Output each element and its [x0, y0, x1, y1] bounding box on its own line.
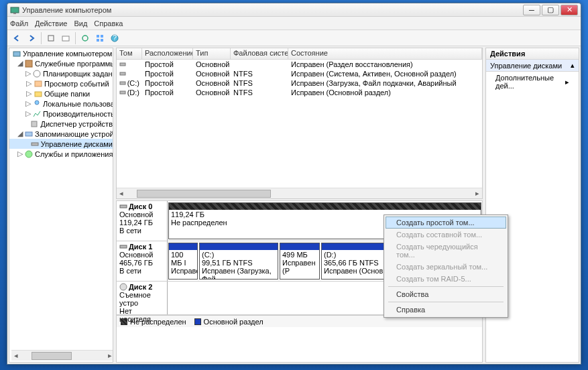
svg-rect-6	[101, 35, 103, 38]
svg-point-20	[25, 151, 32, 158]
svg-rect-22	[120, 72, 125, 75]
volume-list[interactable]: Том Расположение Тип Файловая система Со…	[116, 48, 483, 199]
tree-users[interactable]: ▷Локальные пользоват	[9, 99, 113, 109]
arrow-right-icon: ▸	[565, 78, 569, 86]
props-button[interactable]	[59, 32, 72, 45]
table-row[interactable]: (C:)ПростойОсновнойNTFSИсправен (Загрузк…	[117, 78, 482, 88]
toolbar: ?	[7, 30, 581, 46]
menu-help[interactable]: Справка	[94, 19, 123, 27]
tree-scheduler[interactable]: ▷Планировщик заданий	[9, 68, 113, 78]
view-button[interactable]	[93, 32, 107, 45]
app-icon	[10, 5, 19, 15]
svg-rect-3	[62, 36, 69, 41]
titlebar[interactable]: Управление компьютером ─ ▢ ✕	[7, 3, 581, 17]
svg-rect-19	[32, 143, 38, 145]
svg-rect-1	[13, 13, 16, 14]
table-row[interactable]: ПростойОсновнойИсправен (Раздел восстано…	[117, 60, 482, 69]
ctx-create-simple[interactable]: Создать простой том...	[386, 217, 506, 229]
ctx-help[interactable]: Справка	[386, 304, 506, 316]
up-button[interactable]	[44, 32, 58, 45]
ctx-create-mirror: Создать зеркальный том...	[386, 261, 506, 273]
navigation-tree[interactable]: Управление компьютером (л ◢Служебные про…	[9, 48, 113, 363]
table-row[interactable]: (D:)ПростойОсновнойNTFSИсправен (Основно…	[117, 88, 482, 97]
svg-rect-14	[35, 81, 42, 86]
tree-services[interactable]: ▷Службы и приложения	[9, 149, 113, 159]
context-menu[interactable]: Создать простой том... Создать составной…	[384, 214, 508, 318]
disc-icon	[119, 283, 127, 291]
menu-file[interactable]: Файл	[10, 19, 28, 27]
maximize-button[interactable]: ▢	[542, 5, 559, 15]
svg-rect-7	[97, 39, 99, 42]
forward-button[interactable]	[25, 32, 38, 45]
actions-title: Действия	[486, 48, 579, 60]
svg-point-13	[34, 70, 40, 77]
svg-rect-17	[32, 121, 37, 127]
svg-point-4	[82, 36, 88, 41]
disk-0-info[interactable]: Диск 0 Основной 119,24 ГБ В сети	[117, 201, 168, 241]
table-row[interactable]: ПростойОсновнойNTFSИсправен (Система, Ак…	[117, 69, 482, 78]
help-button[interactable]: ?	[108, 32, 121, 45]
disk-icon	[119, 202, 127, 210]
tree-shared[interactable]: ▷Общие папки	[9, 88, 113, 99]
back-button[interactable]	[10, 32, 23, 45]
tree-system-tools[interactable]: ◢Служебные программы	[9, 58, 113, 68]
refresh-button[interactable]	[78, 32, 92, 45]
tree-event-viewer[interactable]: ▷Просмотр событий	[9, 78, 113, 88]
disk-2-info[interactable]: Диск 2 Съемное устро Нет носителя	[117, 282, 168, 314]
svg-rect-25	[120, 205, 127, 208]
window-title: Управление компьютером	[22, 6, 523, 14]
disk-1-vol-2[interactable]: 499 МБИсправен (Р	[280, 243, 320, 280]
minimize-button[interactable]: ─	[523, 5, 540, 15]
disk-1-vol-0[interactable]: 100 МБ ІИсправе	[168, 243, 198, 280]
close-button[interactable]: ✕	[561, 5, 578, 15]
svg-rect-24	[120, 91, 125, 94]
actions-category[interactable]: Управление дисками▴	[486, 60, 579, 72]
ctx-create-spanned: Создать составной том...	[386, 229, 506, 241]
svg-rect-12	[25, 60, 32, 67]
svg-rect-21	[120, 63, 125, 66]
tree-disk-management[interactable]: Управление дисками	[9, 139, 113, 149]
svg-text:?: ?	[113, 34, 117, 42]
list-headers[interactable]: Том Расположение Тип Файловая система Со…	[117, 48, 482, 60]
actions-more[interactable]: Дополнительные дей...▸	[486, 72, 579, 92]
collapse-icon: ▴	[571, 61, 575, 70]
svg-point-27	[120, 284, 127, 290]
ctx-create-striped: Создать чередующийся том...	[386, 241, 506, 261]
ctx-properties[interactable]: Свойства	[386, 288, 506, 300]
svg-point-16	[35, 101, 39, 105]
tree-storage[interactable]: ◢Запоминающие устройс	[9, 129, 113, 139]
svg-rect-8	[101, 39, 103, 42]
menu-action[interactable]: Действие	[35, 19, 67, 27]
tree-root[interactable]: Управление компьютером (л	[9, 48, 113, 58]
svg-rect-15	[35, 92, 42, 97]
menu-view[interactable]: Вид	[74, 19, 87, 27]
svg-rect-2	[48, 36, 54, 41]
list-scrollbar[interactable]: ◂▸	[117, 188, 482, 198]
col-fs[interactable]: Файловая система	[231, 48, 288, 59]
svg-rect-18	[25, 132, 32, 136]
tree-scrollbar[interactable]: ◂▸	[11, 350, 113, 361]
menubar: Файл Действие Вид Справка	[7, 17, 581, 30]
tree-perf[interactable]: ▷Производительность	[9, 109, 113, 119]
disk-icon	[119, 243, 127, 251]
svg-rect-23	[120, 82, 125, 84]
col-volume[interactable]: Том	[117, 48, 142, 59]
svg-rect-0	[11, 7, 19, 13]
col-layout[interactable]: Расположение	[142, 48, 193, 59]
disk-1-vol-c[interactable]: (C:)99,51 ГБ NTFSИсправен (Загрузка, Фай	[199, 243, 278, 280]
col-status[interactable]: Состояние	[288, 48, 482, 59]
col-type[interactable]: Тип	[193, 48, 231, 59]
tree-devmgr[interactable]: Диспетчер устройств	[9, 119, 113, 129]
svg-rect-11	[13, 52, 20, 56]
svg-rect-26	[120, 245, 127, 248]
svg-rect-5	[97, 35, 99, 38]
ctx-create-raid5: Создать том RAID-5...	[386, 273, 506, 285]
disk-1-info[interactable]: Диск 1 Основной 465,76 ГБ В сети	[117, 241, 168, 281]
